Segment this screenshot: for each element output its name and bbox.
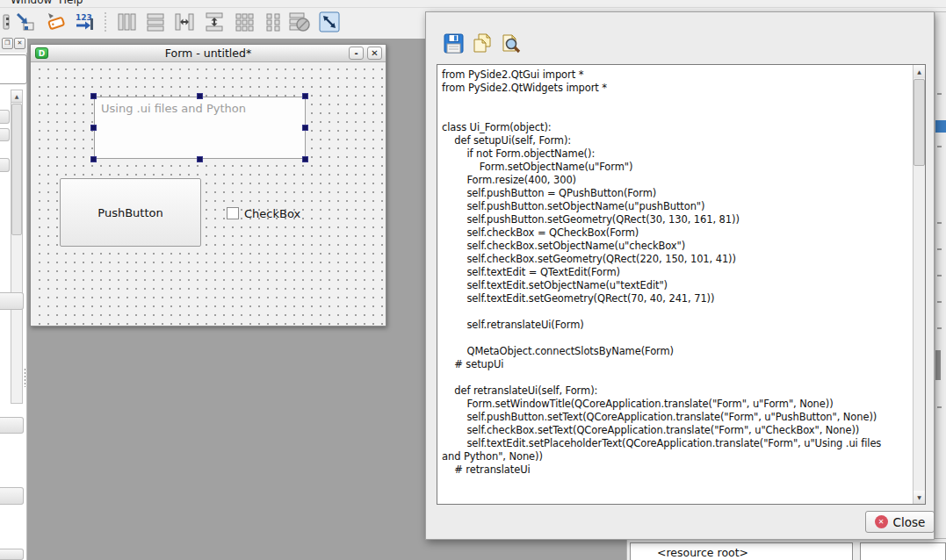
widget-category-row[interactable] [0, 487, 24, 505]
resource-tree-panel: <resource root> [630, 542, 853, 560]
tree-branch-mark [937, 248, 942, 250]
selection-handle-s[interactable] [197, 156, 203, 162]
layout-horizontal-icon[interactable] [114, 10, 139, 34]
widget-box-dock: ❐ ✕ ▲ [0, 39, 27, 560]
code-text-area[interactable]: from PySide2.QtGui import * from PySide2… [437, 64, 926, 505]
selection-handle-nw[interactable] [90, 93, 97, 99]
widget-category-row[interactable] [0, 292, 24, 310]
scroll-down-icon[interactable]: ▼ [914, 491, 925, 504]
pushbutton-widget[interactable]: PushButton [60, 178, 201, 247]
edit-buddies-icon[interactable] [44, 10, 69, 34]
right-dock-sliver [935, 11, 946, 560]
tree-branch-mark [937, 406, 942, 408]
layout-vertical-icon[interactable] [143, 10, 168, 34]
selection-handle-e[interactable] [302, 125, 308, 131]
scroll-up-icon[interactable]: ▲ [914, 65, 925, 78]
scroll-up-icon[interactable]: ▲ [11, 90, 22, 103]
form-window-title: Form - untitled* [31, 47, 386, 60]
widget-box-scroll-thumb[interactable] [11, 104, 22, 235]
checkbox-widget[interactable]: CheckBox [227, 206, 300, 220]
form-window-titlebar[interactable]: D Form - untitled* - ✕ [31, 45, 386, 62]
widget-category-row[interactable] [0, 549, 24, 560]
selected-row-highlight [935, 120, 946, 133]
textedit-widget[interactable]: Using .ui files and Python [94, 97, 306, 159]
selection-handle-n[interactable] [197, 93, 203, 99]
code-scroll-thumb[interactable] [914, 79, 925, 166]
tree-branch-mark [937, 93, 942, 95]
widget-category-row[interactable] [0, 128, 10, 141]
code-preview-dialog: from PySide2.QtGui import * from PySide2… [425, 11, 935, 540]
dock-close-icon[interactable]: ✕ [14, 38, 25, 49]
break-layout-icon[interactable] [287, 10, 312, 34]
widget-category-row[interactable] [0, 158, 10, 172]
qt-designer-window: Window Help 123 [0, 0, 946, 560]
edit-signals-slots-icon[interactable] [13, 10, 38, 34]
tree-branch-mark [937, 275, 942, 276]
tree-branch-mark [937, 301, 942, 303]
widget-box-filter-input[interactable] [0, 54, 27, 84]
tree-branch-mark [937, 146, 942, 147]
edit-widgets-icon[interactable] [0, 10, 12, 34]
adjust-size-icon[interactable] [317, 10, 342, 34]
pushbutton-label: PushButton [97, 206, 162, 219]
form-canvas[interactable]: Using .ui files and Python PushButton Ch… [32, 62, 386, 326]
close-button-label: Close [893, 515, 926, 529]
tab-order-digits: 123 [76, 13, 92, 22]
menubar: Window Help [0, 0, 946, 8]
layout-splitter-vertical-icon[interactable] [202, 10, 227, 34]
tree-branch-mark [937, 222, 942, 224]
save-icon[interactable] [444, 33, 465, 54]
layout-form-icon[interactable] [261, 10, 285, 34]
checkbox-label: CheckBox [244, 207, 300, 220]
layout-splitter-horizontal-icon[interactable] [172, 10, 197, 34]
widget-category-row[interactable] [0, 110, 10, 124]
menu-help[interactable]: Help [59, 0, 83, 6]
toolbar-separator [105, 12, 106, 32]
resource-list-panel [860, 542, 946, 560]
right-dock-scroll-thumb[interactable] [935, 350, 941, 380]
selection-handle-se[interactable] [302, 156, 308, 162]
dialog-close-button[interactable]: ✕ Close [865, 511, 935, 533]
selection-handle-sw[interactable] [90, 156, 97, 162]
widget-category-row[interactable] [0, 417, 24, 434]
textedit-placeholder: Using .ui files and Python [101, 102, 246, 115]
selection-handle-ne[interactable] [302, 93, 308, 99]
resource-browser-dock: <resource root> [626, 538, 946, 560]
tree-branch-mark [937, 327, 942, 329]
minimize-button[interactable]: - [349, 47, 364, 60]
layout-grid-icon[interactable] [232, 10, 256, 34]
dock-splitter-handle[interactable] [24, 368, 26, 387]
edit-tab-order-icon[interactable]: 123 [72, 10, 97, 34]
find-icon[interactable] [501, 33, 522, 54]
resource-root-item[interactable]: <resource root> [657, 546, 748, 559]
main-toolbar: 123 [0, 8, 425, 39]
widget-box-scrollbar[interactable]: ▲ [11, 90, 23, 404]
code-scrollbar[interactable]: ▲ ▼ [913, 65, 925, 504]
copy-icon[interactable] [472, 33, 493, 54]
close-button[interactable]: ✕ [367, 47, 382, 60]
widget-box-dock-header: ❐ ✕ [0, 39, 27, 53]
close-x-icon: ✕ [875, 515, 888, 528]
selection-handle-w[interactable] [90, 125, 97, 131]
dock-float-icon[interactable]: ❐ [2, 38, 13, 49]
checkbox-box[interactable] [227, 207, 239, 219]
menu-window[interactable]: Window [11, 0, 52, 6]
python-code: from PySide2.QtGui import * from PySide2… [442, 68, 911, 477]
form-designer-window: D Form - untitled* - ✕ Using .ui files a… [30, 44, 386, 327]
